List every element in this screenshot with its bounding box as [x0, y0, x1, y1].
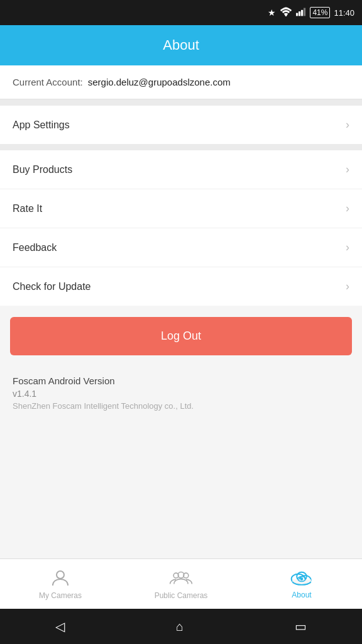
divider-2 — [0, 144, 362, 150]
menu-item-app-settings[interactable]: App Settings › — [0, 106, 362, 144]
svg-point-5 — [57, 571, 64, 579]
menu-item-buy-products-label: Buy Products — [13, 164, 72, 175]
public-cameras-icon — [169, 568, 193, 588]
signal-icon — [296, 8, 306, 18]
menu-item-feedback-label: Feedback — [13, 242, 57, 253]
my-cameras-icon — [50, 568, 70, 588]
back-button[interactable]: ◁ — [55, 619, 65, 634]
nav-item-my-cameras[interactable]: My Cameras — [0, 568, 121, 600]
chevron-right-icon: › — [346, 202, 349, 215]
nav-item-public-cameras[interactable]: Public Cameras — [121, 568, 241, 600]
logout-button[interactable]: Log Out — [10, 317, 352, 355]
chevron-right-icon: › — [346, 241, 349, 254]
nav-item-about[interactable]: About — [241, 569, 362, 599]
divider-1 — [0, 99, 362, 106]
chevron-right-icon: › — [346, 118, 349, 131]
app-name: Foscam Android Version — [13, 375, 349, 386]
menu-item-check-update[interactable]: Check for Update › — [0, 267, 362, 306]
logout-section: Log Out — [0, 306, 362, 367]
version-section: Foscam Android Version v1.4.1 ShenZhen F… — [0, 367, 362, 419]
system-navigation: ◁ ⌂ ▭ — [0, 609, 362, 644]
menu-item-app-settings-label: App Settings — [13, 119, 70, 131]
home-button[interactable]: ⌂ — [176, 619, 184, 634]
svg-rect-4 — [304, 8, 305, 16]
menu-item-rate-it[interactable]: Rate It › — [0, 189, 362, 228]
company-name: ShenZhen Foscam Intelligent Technology c… — [13, 401, 349, 411]
app-header: About — [0, 25, 362, 65]
nav-label-about: About — [292, 591, 311, 599]
about-cloud-icon — [288, 569, 315, 587]
recents-button[interactable]: ▭ — [295, 619, 307, 634]
menu-item-rate-it-label: Rate It — [13, 203, 42, 214]
wifi-icon — [280, 7, 292, 19]
svg-rect-1 — [296, 13, 298, 16]
bottom-navigation: My Cameras Public Cameras About — [0, 558, 362, 609]
account-email: sergio.deluz@grupoadslzone.com — [88, 77, 231, 87]
page-title: About — [163, 37, 199, 53]
menu-item-buy-products[interactable]: Buy Products › — [0, 150, 362, 189]
menu-section-2: Buy Products › Rate It › Feedback › Chec… — [0, 150, 362, 306]
account-section: Current Account: sergio.deluz@grupoadslz… — [0, 65, 362, 99]
menu-section-1: App Settings › — [0, 106, 362, 144]
star-icon: ★ — [268, 8, 276, 18]
account-label: Current Account: — [13, 77, 83, 87]
svg-rect-3 — [301, 9, 303, 16]
version-number: v1.4.1 — [13, 389, 349, 399]
svg-point-0 — [285, 14, 287, 16]
svg-rect-2 — [299, 11, 300, 16]
time-display: 11:40 — [334, 8, 354, 18]
nav-label-my-cameras: My Cameras — [39, 591, 82, 600]
chevron-right-icon: › — [346, 163, 349, 176]
status-bar: ★ 41% 11:40 — [0, 0, 362, 25]
battery-icon: 41% — [310, 7, 330, 18]
svg-point-14 — [300, 577, 304, 580]
nav-label-public-cameras: Public Cameras — [155, 591, 208, 600]
menu-item-feedback[interactable]: Feedback › — [0, 228, 362, 267]
menu-item-check-update-label: Check for Update — [13, 281, 91, 292]
chevron-right-icon: › — [346, 280, 349, 293]
